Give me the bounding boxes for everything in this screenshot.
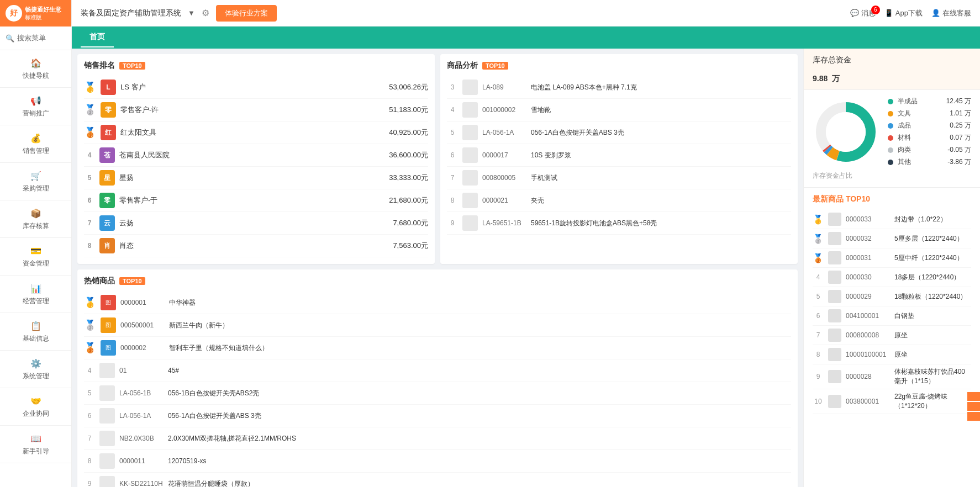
product-code: 0000011 xyxy=(119,457,164,465)
donut-chart-container: 半成品 12.45 万 文具 1.01 万 成品 0.25 万 材料 0.07 … xyxy=(813,97,971,167)
rank-customer-name: 苍南县人民医院 xyxy=(119,150,384,160)
rank-amount: 40,925.00元 xyxy=(389,128,428,137)
rank-number: 6 xyxy=(447,151,458,159)
product-mid-row: 3 LA-089 电池盖 LA-089 ABS本色+黑种 7.1克 xyxy=(447,76,791,99)
product-mid-row: 8 0000021 夹壳 xyxy=(447,189,791,212)
sidebar-item-采购管理[interactable]: 🛒采购管理 xyxy=(0,163,71,200)
nav-icon: ⚙️ xyxy=(30,357,42,369)
legend-item: 其他 -3.86 万 xyxy=(888,157,971,167)
rank-amount: 7,563.00元 xyxy=(393,241,428,251)
legend-color-dot xyxy=(888,123,893,129)
sidebar-item-销售管理[interactable]: 💰销售管理 xyxy=(0,125,71,163)
float-service-button[interactable]: 服务社区 xyxy=(967,402,980,411)
product-icon xyxy=(828,329,841,342)
trial-plan-button[interactable]: 体验行业方案 xyxy=(216,5,277,22)
sidebar-item-营销推广[interactable]: 📢营销推广 xyxy=(0,88,71,125)
sales-ranking-title: 销售排名 TOP10 xyxy=(84,61,428,71)
newest-product-row: 4 0000030 18多层（1220*2440） xyxy=(813,268,971,287)
nav-icon: 🛒 xyxy=(30,170,42,182)
hot-product-row: 7 NB2.0X30B 2.0X30MM双搓花轴,搓花直径2.1MM/ROHS xyxy=(84,427,791,450)
sidebar-item-经营管理[interactable]: 📊经营管理 xyxy=(0,276,71,313)
inventory-header: 库存总资金 9.88 万 xyxy=(804,49,980,90)
product-mid-ranking-card: 商品分析 TOP10 3 LA-089 电池盖 LA-089 ABS本色+黑种 … xyxy=(440,54,798,264)
sidebar-item-快捷导航[interactable]: 🏠快捷导航 xyxy=(0,50,71,88)
product-name: 18颗粒板（1220*2440） xyxy=(894,292,971,301)
newest-products-list: 🥇 0000033 封边带（1.0*22） 🥈 0000032 5厘多层（122… xyxy=(813,210,971,414)
search-menu-section: 🔍 搜索菜单 xyxy=(0,27,71,50)
sidebar-item-资金管理[interactable]: 💳资金管理 xyxy=(0,238,71,276)
medal-gold-icon: 🥇 xyxy=(813,214,824,225)
medal-silver-icon: 🥈 xyxy=(813,234,824,244)
legend-value: 12.45 万 xyxy=(946,97,971,106)
product-code: NB2.0X30B xyxy=(119,435,164,442)
nav-icon: 💰 xyxy=(30,132,42,144)
rank-number: 8 xyxy=(84,457,95,465)
product-name: 10S 变刹罗浆 xyxy=(531,151,791,160)
product-name: 电池盖 LA-089 ABS本色+黑种 7.1克 xyxy=(531,83,791,92)
rank-number: 4 xyxy=(447,106,458,114)
legend-value: -0.05 万 xyxy=(947,145,971,155)
product-code: 000500001 xyxy=(120,321,165,329)
tab-home[interactable]: 首页 xyxy=(81,28,114,47)
newest-title: 最新商品 TOP10 xyxy=(813,194,971,204)
rank-customer-name: 零售客户-于 xyxy=(119,195,384,205)
product-placeholder-icon xyxy=(462,215,478,231)
sales-rank-row: 🥈 零 零售客户-许 51,183.00元 xyxy=(84,99,428,121)
sidebar-item-新手引导[interactable]: 📖新手引导 xyxy=(0,426,71,463)
nav-icon: 💳 xyxy=(30,245,42,257)
rank-amount: 33,333.00元 xyxy=(389,173,428,183)
settings-gear-button[interactable]: ⚙ xyxy=(202,8,209,18)
online-service-button[interactable]: 👤 在线客服 xyxy=(931,8,971,18)
rank-customer-name: 零售客户-许 xyxy=(120,105,384,115)
chevron-down-icon: ▼ xyxy=(188,9,195,17)
legend-value: 0.07 万 xyxy=(950,133,971,142)
product-code: LA-056-1A xyxy=(482,129,526,136)
app-download-button[interactable]: 📱 App下载 xyxy=(884,8,923,18)
legend-item: 肉类 -0.05 万 xyxy=(888,145,971,155)
product-code: 0000030 xyxy=(846,273,890,281)
hot-top10-badge: TOP10 xyxy=(119,277,145,285)
product-name: 封边带（1.0*22） xyxy=(894,215,971,224)
rank-number: 6 xyxy=(84,197,95,204)
sidebar-item-库存核算[interactable]: 📦库存核算 xyxy=(0,200,71,238)
legend-label: 半成品 xyxy=(898,97,942,106)
rank-amount: 53,006.26元 xyxy=(389,82,428,92)
product-placeholder-icon xyxy=(99,363,115,378)
system-dropdown-button[interactable]: ▼ xyxy=(188,9,195,17)
topbar: 装备及固定资产辅助管理系统 ▼ ⚙ 体验行业方案 💬 消息 6 📱 App下载 … xyxy=(72,0,980,27)
sidebar-item-基础信息[interactable]: 📋基础信息 xyxy=(0,313,71,351)
search-menu-button[interactable]: 🔍 搜索菜单 xyxy=(4,31,67,45)
medal-bronze-icon: 🥉 xyxy=(84,126,96,139)
rank-number: 7 xyxy=(813,331,824,339)
product-mid-title: 商品分析 TOP10 xyxy=(447,61,791,71)
product-icon xyxy=(828,213,841,226)
sales-top10-badge: TOP10 xyxy=(119,62,145,70)
hot-product-row: 🥈 图 000500001 新西兰牛肉（新牛） xyxy=(84,314,791,337)
product-name: 12070519-xs xyxy=(168,457,791,465)
product-name: 18多层（1220*2440） xyxy=(894,273,971,282)
system-name: 装备及固定资产辅助管理系统 xyxy=(81,8,181,18)
sidebar-item-系统管理[interactable]: ⚙️系统管理 xyxy=(0,351,71,388)
medal-bronze-icon: 🥉 xyxy=(84,342,96,354)
product-name: 新西兰牛肉（新牛） xyxy=(169,321,791,330)
product-placeholder-icon xyxy=(462,102,478,118)
product-placeholder-icon xyxy=(462,147,478,163)
float-service-button[interactable]: 客服热线 xyxy=(967,392,980,401)
product-code: 0000017 xyxy=(482,151,526,159)
float-service-button[interactable]: 直播 xyxy=(967,412,980,421)
sidebar-item-企业协同[interactable]: 🤝企业协同 xyxy=(0,388,71,426)
product-code: 10000100001 xyxy=(846,351,890,358)
rank-number: 6 xyxy=(813,312,824,320)
hot-product-row: 8 0000011 12070519-xs xyxy=(84,450,791,473)
medal-silver-icon: 🥈 xyxy=(84,104,96,116)
messages-button[interactable]: 💬 消息 6 xyxy=(850,8,876,18)
product-code: 0000033 xyxy=(846,215,890,223)
medal-silver-icon: 🥈 xyxy=(84,319,96,331)
message-icon: 💬 xyxy=(850,9,859,17)
product-code: 004100001 xyxy=(846,312,890,320)
product-code: LA-056-1A xyxy=(119,412,164,420)
newest-product-row: 8 10000100001 原坐 xyxy=(813,345,971,364)
product-code: 01 xyxy=(119,367,164,374)
rank-avatar: 云 xyxy=(99,215,115,231)
sidebar-logo: 好 畅捷通好生意 标准版 xyxy=(0,0,71,27)
